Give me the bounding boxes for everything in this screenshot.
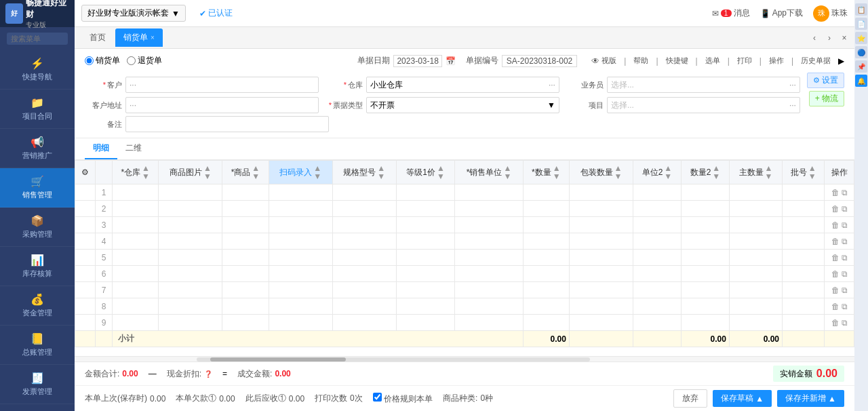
row-batch[interactable] <box>783 233 825 250</box>
row-warehouse[interactable] <box>113 298 159 315</box>
row-image[interactable] <box>159 250 222 266</box>
row-delete-icon[interactable]: 🗑 <box>831 286 840 295</box>
search-menu-input[interactable] <box>7 33 68 45</box>
row-main-qty[interactable] <box>729 298 782 315</box>
row-batch[interactable] <box>783 184 825 201</box>
toolbar-operation-btn[interactable]: 操作 <box>765 54 788 67</box>
row-goods[interactable] <box>222 217 269 233</box>
tab-dimension[interactable]: 二维 <box>117 138 150 159</box>
row-pack[interactable] <box>569 282 633 298</box>
row-price1[interactable] <box>396 250 455 266</box>
discard-button[interactable]: 放弃 <box>673 389 707 408</box>
th-batch[interactable]: 批号▲▼ <box>783 161 825 184</box>
row-warehouse[interactable] <box>113 233 159 250</box>
row-unit[interactable] <box>455 315 523 331</box>
row-unit2[interactable] <box>633 201 681 217</box>
row-spec[interactable] <box>332 233 396 250</box>
row-goods[interactable] <box>222 201 269 217</box>
row-qty[interactable] <box>523 217 569 233</box>
row-delete-icon[interactable]: 🗑 <box>831 237 840 246</box>
radio-sale[interactable]: 销货单 <box>85 55 120 66</box>
radio-return[interactable]: 退货单 <box>127 55 162 66</box>
sidebar-item-quicknav[interactable]: ⚡ 快捷导航 <box>0 50 75 90</box>
row-price1[interactable] <box>396 217 455 233</box>
row-qty2[interactable] <box>681 217 729 233</box>
row-pack[interactable] <box>569 201 633 217</box>
tab-sales-order[interactable]: 销货单 × <box>115 28 163 47</box>
row-barcode[interactable] <box>269 315 332 331</box>
warehouse-input[interactable]: 小业仓库 ··· <box>366 77 559 93</box>
row-main-qty[interactable] <box>729 250 782 266</box>
row-goods[interactable] <box>222 233 269 250</box>
row-qty2[interactable] <box>681 282 729 298</box>
row-copy-icon[interactable]: ⧉ <box>842 318 848 328</box>
sidebar-item-finance[interactable]: 💰 资金管理 <box>0 286 75 326</box>
row-goods[interactable] <box>222 298 269 315</box>
row-barcode[interactable] <box>269 217 332 233</box>
row-qty[interactable] <box>523 266 569 282</box>
row-image[interactable] <box>159 184 222 201</box>
row-delete-icon[interactable]: 🗑 <box>831 269 840 279</box>
row-warehouse[interactable] <box>113 282 159 298</box>
row-unit2[interactable] <box>633 298 681 315</box>
row-qty[interactable] <box>523 315 569 331</box>
invoice-type-select[interactable]: 不开票 ▼ <box>366 97 559 113</box>
row-barcode[interactable] <box>269 184 332 201</box>
row-unit2[interactable] <box>633 233 681 250</box>
save-draft-chevron-icon[interactable]: ▲ <box>755 394 764 404</box>
row-barcode[interactable] <box>269 266 332 282</box>
row-price1[interactable] <box>396 282 455 298</box>
sidebar-search-area[interactable] <box>0 27 75 50</box>
row-main-qty[interactable] <box>729 315 782 331</box>
panel-icon-2[interactable]: 📄 <box>855 18 867 30</box>
row-copy-icon[interactable]: ⧉ <box>842 188 848 197</box>
tab-close-icon[interactable]: × <box>151 34 155 41</box>
sidebar-item-tax[interactable]: 🏛 税务管理 <box>0 404 75 411</box>
scroll-thumb[interactable] <box>210 357 346 361</box>
row-unit[interactable] <box>455 184 523 201</box>
row-unit2[interactable] <box>633 315 681 331</box>
row-spec[interactable] <box>332 298 396 315</box>
row-main-qty[interactable] <box>729 201 782 217</box>
tab-next-button[interactable]: › <box>823 31 836 45</box>
save-new-button[interactable]: 保存并新增 ▲ <box>777 390 844 407</box>
row-batch[interactable] <box>783 201 825 217</box>
row-batch[interactable] <box>783 250 825 266</box>
row-copy-icon[interactable]: ⧉ <box>842 269 848 279</box>
row-barcode[interactable] <box>269 233 332 250</box>
date-value[interactable]: 2023-03-18 <box>393 55 441 67</box>
row-unit[interactable] <box>455 298 523 315</box>
save-draft-button[interactable]: 保存草稿 ▲ <box>713 390 772 407</box>
row-batch[interactable] <box>783 217 825 233</box>
row-goods[interactable] <box>222 184 269 201</box>
row-pack[interactable] <box>569 250 633 266</box>
row-qty2[interactable] <box>681 298 729 315</box>
row-spec[interactable] <box>332 217 396 233</box>
row-pack[interactable] <box>569 266 633 282</box>
customer-input[interactable]: ··· <box>125 77 319 93</box>
row-unit[interactable] <box>455 217 523 233</box>
row-qty[interactable] <box>523 201 569 217</box>
row-warehouse[interactable] <box>113 315 159 331</box>
row-spec[interactable] <box>332 282 396 298</box>
sidebar-item-purchase[interactable]: 📦 采购管理 <box>0 208 75 247</box>
row-qty2[interactable] <box>681 266 729 282</box>
row-price1[interactable] <box>396 233 455 250</box>
row-unit2[interactable] <box>633 217 681 233</box>
row-batch[interactable] <box>783 298 825 315</box>
row-qty[interactable] <box>523 184 569 201</box>
panel-icon-5[interactable]: 📌 <box>855 60 867 73</box>
th-goods[interactable]: *商品▲▼ <box>222 161 269 184</box>
row-image[interactable] <box>159 315 222 331</box>
sidebar-item-ledger[interactable]: 📒 总账管理 <box>0 326 75 365</box>
salesman-input[interactable]: 选择... ··· <box>607 77 800 93</box>
row-image[interactable] <box>159 266 222 282</box>
row-unit[interactable] <box>455 233 523 250</box>
calendar-icon[interactable]: 📅 <box>446 56 456 66</box>
row-goods[interactable] <box>222 282 269 298</box>
row-delete-icon[interactable]: 🗑 <box>831 220 840 230</box>
row-pack[interactable] <box>569 233 633 250</box>
panel-icon-3[interactable]: ⭐ <box>855 32 867 44</box>
row-image[interactable] <box>159 298 222 315</box>
th-spec[interactable]: 规格型号▲▼ <box>332 161 396 184</box>
